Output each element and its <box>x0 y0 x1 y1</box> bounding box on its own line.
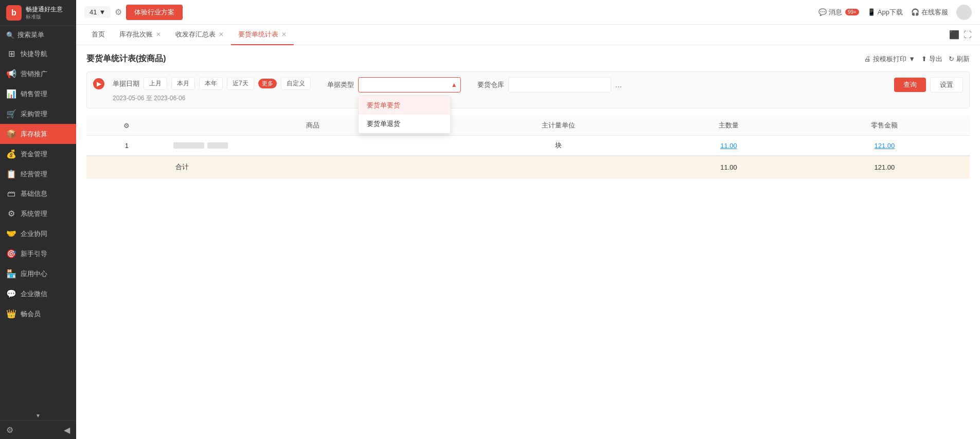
export-btn[interactable]: ⬆ 导出 <box>921 54 942 64</box>
topbar: 41 ▼ ⚙ 体验行业方案 💬 消息 99+ 📱 App下载 🎧 在线客服 <box>76 0 980 25</box>
td-qty[interactable]: 11.00 <box>658 136 799 156</box>
app-download-btn[interactable]: 📱 App下载 <box>867 8 903 17</box>
page-actions: 🖨 按模板打印 ▼ ⬆ 导出 ↻ 刷新 <box>864 54 970 64</box>
settings-filter-btn[interactable]: 设置 <box>930 77 963 93</box>
messages-btn[interactable]: 💬 消息 99+ <box>818 8 859 17</box>
page-title: 要货单统计表(按商品) <box>86 53 166 64</box>
inventory-icon: 📦 <box>6 129 16 139</box>
page-panel: 要货单统计表(按商品) 🖨 按模板打印 ▼ ⬆ 导出 ↻ 刷新 <box>76 45 980 439</box>
filter-more-icon[interactable]: ... <box>615 80 622 89</box>
sidebar-item-enterprise[interactable]: 🤝 企业协同 <box>0 224 76 244</box>
total-row: 合计 11.00 121.00 <box>86 156 970 178</box>
date-last-month-btn[interactable]: 上月 <box>144 77 167 90</box>
sidebar-scroll-down[interactable]: ▼ <box>0 411 76 420</box>
tab-requisition-stats-close[interactable]: ✕ <box>281 31 287 38</box>
sidebar-item-finance[interactable]: 💰 资金管理 <box>0 144 76 164</box>
date-this-month-btn[interactable]: 本月 <box>171 77 195 90</box>
sidebar: b 畅捷通好生意 标准版 🔍 搜索菜单 ⊞ 快捷导航 📢 营销推广 📊 销售管理… <box>0 0 76 439</box>
table-row: 1 块 11.00 121.00 <box>86 136 970 156</box>
export-icon: ⬆ <box>921 55 927 63</box>
sidebar-item-wechat[interactable]: 💬 企业微信 <box>0 284 76 304</box>
sidebar-item-appstore[interactable]: 🏪 应用中心 <box>0 264 76 284</box>
warehouse-filter-group: 要货仓库 ... <box>477 77 622 93</box>
total-empty-1 <box>86 156 167 178</box>
tab-expand-icon[interactable]: ⬛ <box>949 30 959 40</box>
column-settings-icon[interactable]: ⚙ <box>123 122 130 130</box>
date-custom-btn[interactable]: 自定义 <box>281 77 311 90</box>
warehouse-input[interactable] <box>508 77 611 93</box>
print-icon: 🖨 <box>864 55 871 63</box>
sidebar-item-basic[interactable]: 🗃 基础信息 <box>0 184 76 204</box>
th-qty: 主数量 <box>658 116 799 136</box>
message-icon: 💬 <box>818 8 827 16</box>
service-icon: 🎧 <box>911 8 919 16</box>
sidebar-item-guide[interactable]: 🎯 新手引导 <box>0 244 76 264</box>
trial-btn[interactable]: 体验行业方案 <box>126 5 183 20</box>
total-label: 合计 <box>167 156 459 178</box>
page-header: 要货单统计表(按商品) 🖨 按模板打印 ▼ ⬆ 导出 ↻ 刷新 <box>86 53 970 64</box>
wechat-icon: 💬 <box>6 289 16 299</box>
finance-icon: 💰 <box>6 149 16 159</box>
breadcrumb-select[interactable]: 41 ▼ <box>84 6 111 18</box>
user-avatar[interactable] <box>956 5 972 20</box>
sidebar-item-purchase[interactable]: 🛒 采购管理 <box>0 104 76 124</box>
date-range-text: 2023-05-06 至 2023-06-06 <box>113 94 311 103</box>
filter-expand-btn[interactable]: ▶ <box>93 78 104 89</box>
dropdown-item-requisition-return[interactable]: 要货单退货 <box>359 115 450 133</box>
customer-service-btn[interactable]: 🎧 在线客服 <box>911 8 948 17</box>
app-logo-icon: b <box>6 5 22 21</box>
purchase-icon: 🛒 <box>6 109 16 119</box>
type-filter-group: 单据类型 ▲ 要货单要货 要货单退货 <box>327 77 461 93</box>
total-qty: 11.00 <box>658 156 799 178</box>
system-icon: ⚙ <box>6 209 16 218</box>
total-empty-2 <box>458 156 658 178</box>
sidebar-item-operations[interactable]: 📋 经营管理 <box>0 164 76 184</box>
collapse-icon[interactable]: ◀ <box>64 425 70 435</box>
sidebar-item-marketing[interactable]: 📢 营销推广 <box>0 64 76 84</box>
th-amount: 零售金额 <box>799 116 970 136</box>
sidebar-item-inventory[interactable]: 📦 库存核算 <box>0 124 76 144</box>
settings-icon[interactable]: ⚙ <box>6 425 13 435</box>
sidebar-item-quick-nav[interactable]: ⊞ 快捷导航 <box>0 44 76 64</box>
dropdown-item-requisition-order[interactable]: 要货单要货 <box>359 96 450 115</box>
main-content: 41 ▼ ⚙ 体验行业方案 💬 消息 99+ 📱 App下载 🎧 在线客服 <box>76 0 980 439</box>
sidebar-bottom: ⚙ ◀ <box>0 420 76 439</box>
date-this-year-btn[interactable]: 本年 <box>199 77 223 90</box>
td-product <box>167 136 459 156</box>
filter-bar: ▶ 单据日期 上月 本月 本年 近7天 更多 自定义 2023-05-06 至 … <box>86 71 970 108</box>
td-unit: 块 <box>458 136 658 156</box>
print-btn[interactable]: 🖨 按模板打印 ▼ <box>864 54 915 64</box>
sidebar-item-sales[interactable]: 📊 销售管理 <box>0 84 76 104</box>
operations-icon: 📋 <box>6 169 16 179</box>
refresh-btn[interactable]: ↻ 刷新 <box>949 54 970 64</box>
th-unit: 主计量单位 <box>458 116 658 136</box>
date-last-7days-btn[interactable]: 近7天 <box>227 77 254 90</box>
sidebar-item-member[interactable]: 👑 畅会员 <box>0 304 76 324</box>
date-more-badge[interactable]: 更多 <box>258 79 277 88</box>
expand-icon: ▶ <box>97 80 101 87</box>
topbar-right: 💬 消息 99+ 📱 App下载 🎧 在线客服 <box>818 5 972 20</box>
member-icon: 👑 <box>6 309 16 319</box>
tab-shipping-summary-close[interactable]: ✕ <box>219 31 224 38</box>
breadcrumb-dropdown-icon: ▼ <box>99 8 105 16</box>
type-select-container: ▲ 要货单要货 要货单退货 <box>358 77 461 93</box>
tab-home[interactable]: 首页 <box>84 25 112 45</box>
sidebar-search[interactable]: 🔍 搜索菜单 <box>0 26 76 44</box>
td-amount[interactable]: 121.00 <box>799 136 970 156</box>
tab-batch-account[interactable]: 库存批次账 ✕ <box>112 25 168 45</box>
product-name-placeholder <box>173 142 204 149</box>
sidebar-item-system[interactable]: ⚙ 系统管理 <box>0 204 76 224</box>
th-settings[interactable]: ⚙ <box>86 116 167 136</box>
type-select[interactable]: ▲ <box>358 77 461 93</box>
tab-fullscreen-icon[interactable]: ⛶ <box>964 30 972 40</box>
print-dropdown-icon: ▼ <box>908 55 915 63</box>
tabs-expand: ⬛ ⛶ <box>949 30 972 40</box>
topbar-settings-icon[interactable]: ⚙ <box>115 7 122 17</box>
tab-requisition-stats[interactable]: 要货单统计表 ✕ <box>231 25 294 45</box>
tab-shipping-summary[interactable]: 收发存汇总表 ✕ <box>168 25 231 45</box>
tabs-bar: 首页 库存批次账 ✕ 收发存汇总表 ✕ 要货单统计表 ✕ ⬛ ⛶ <box>76 25 980 45</box>
query-btn[interactable]: 查询 <box>894 78 926 92</box>
basic-icon: 🗃 <box>6 189 16 198</box>
tab-batch-account-close[interactable]: ✕ <box>156 31 161 38</box>
filter-actions: 查询 设置 <box>894 77 963 93</box>
